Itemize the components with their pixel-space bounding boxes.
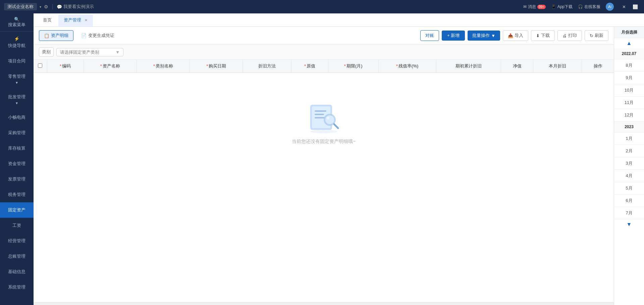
month-nav-down: ▼ — [614, 219, 644, 230]
demo-icon: 💬 — [57, 4, 62, 9]
category-input[interactable] — [60, 50, 114, 55]
month-8[interactable]: 8月 — [614, 59, 644, 72]
th-purchase-date: *购买日期 — [190, 60, 243, 73]
sidebar-item-retail[interactable]: 零售管理 ▼ — [0, 69, 34, 89]
message-badge: 99+ — [537, 5, 546, 9]
add-button[interactable]: + 新增 — [442, 31, 465, 41]
sidebar-item-invoice[interactable]: 发票管理 — [0, 171, 34, 187]
sidebar-item-basic-info[interactable]: 基础信息 — [0, 264, 34, 279]
sidebar-item-purchase[interactable]: 采购管理 — [0, 125, 34, 141]
reconcile-button[interactable]: 对账 — [420, 30, 439, 41]
category-dropdown-icon[interactable]: ▼ — [115, 50, 120, 55]
th-code: *编码 — [47, 60, 84, 73]
main-layout: 🔍 搜索菜单 ⚡ 快捷导航 项目合同 零售管理 ▼ 批发管理 ▼ 小畅电商 采购… — [0, 13, 644, 305]
sidebar-item-project[interactable]: 项目合同 — [0, 53, 34, 69]
sidebar-item-salary[interactable]: 工资 — [0, 218, 34, 233]
empty-illustration — [304, 100, 344, 133]
empty-state-row: 当前您还没有固定资产明细哦~ — [34, 73, 614, 172]
message-button[interactable]: ✉ 消息 99+ — [523, 4, 546, 10]
checkbox-header — [34, 60, 47, 73]
sidebar-item-system[interactable]: 系统管理 — [0, 279, 34, 295]
month-11[interactable]: 11月 — [614, 97, 644, 109]
page-content: 📋 资产明细 📄 变更生成凭证 对账 + 新增 批量操作 ▼ — [34, 27, 644, 305]
th-monthly-depreciation: 本月折旧 — [533, 60, 582, 73]
top-bar-right: ✉ 消息 99+ 📱 App下载 🎧 在线客服 Ai ✕ ⬜ — [523, 2, 640, 11]
refresh-button[interactable]: ↻ 刷新 — [585, 30, 608, 41]
month-2023-3[interactable]: 3月 — [614, 157, 644, 170]
scrollbar-hint — [34, 302, 614, 305]
import-button[interactable]: 📥 导入 — [503, 30, 528, 41]
online-service-button[interactable]: 🎧 在线客服 — [578, 4, 600, 10]
user-avatar[interactable]: Ai — [606, 3, 614, 11]
demo-link[interactable]: 💬 我要看实例演示 — [57, 4, 94, 10]
settings-icon[interactable]: ⚙ — [44, 4, 48, 9]
batch-arrow-icon: ▼ — [491, 33, 495, 38]
svg-rect-3 — [315, 110, 326, 112]
month-nav-down-button[interactable]: ▼ — [625, 221, 634, 228]
th-depreciation-method: 折旧方法 — [243, 60, 291, 73]
category-input-container: ▼ — [56, 48, 123, 56]
th-net-value: 净值 — [501, 60, 533, 73]
month-9[interactable]: 9月 — [614, 72, 644, 84]
maximize-button[interactable]: ⬜ — [631, 2, 640, 11]
batch-button[interactable]: 批量操作 ▼ — [468, 31, 500, 41]
avatar-text: Ai — [608, 5, 611, 9]
company-dropdown-arrow[interactable]: ▾ — [40, 5, 41, 9]
sidebar-item-wholesale[interactable]: 批发管理 ▼ — [0, 89, 34, 110]
th-original-value: *原值 — [291, 60, 328, 73]
sidebar-item-operations[interactable]: 经营管理 — [0, 233, 34, 249]
wholesale-arrow-icon: ▼ — [15, 101, 18, 105]
th-accumulated-depreciation: 期初累计折旧 — [436, 60, 501, 73]
month-12[interactable]: 12月 — [614, 109, 644, 121]
sidebar-item-quick-nav[interactable]: ⚡ 快捷导航 — [0, 32, 34, 53]
download-button[interactable]: ⬇ 下载 — [531, 30, 555, 41]
sidebar-item-general-ledger[interactable]: 总账管理 — [0, 249, 34, 264]
th-category-name: *类别名称 — [137, 60, 190, 73]
month-panel-header: 月份选择 — [614, 27, 644, 38]
close-button[interactable]: ✕ — [619, 2, 629, 11]
top-bar: 测试企业名称 ▾ ⚙ 💬 我要看实例演示 ✉ 消息 99+ 📱 App下载 🎧 … — [0, 0, 644, 13]
month-2023-6[interactable]: 6月 — [614, 195, 644, 207]
page-main: 📋 资产明细 📄 变更生成凭证 对账 + 新增 批量操作 ▼ — [34, 27, 614, 305]
asset-detail-icon: 📋 — [44, 33, 49, 38]
sidebar-item-ecommerce[interactable]: 小畅电商 — [0, 110, 34, 125]
tab-close-icon[interactable]: ✕ — [85, 18, 88, 22]
tab-home[interactable]: 首页 — [38, 14, 57, 27]
month-10[interactable]: 10月 — [614, 84, 644, 97]
month-2023-7[interactable]: 7月 — [614, 207, 644, 219]
sidebar-item-inventory[interactable]: 库存核算 — [0, 141, 34, 156]
sidebar-item-fixed-assets[interactable]: 固定资产 — [0, 202, 34, 218]
tab-asset-management[interactable]: 资产管理 ✕ — [58, 14, 93, 27]
th-residual-rate: *残值率(%) — [378, 60, 436, 73]
select-all-checkbox[interactable] — [38, 63, 42, 68]
print-button[interactable]: 🖨 打印 — [557, 30, 582, 41]
sub-tab-bar: 📋 资产明细 📄 变更生成凭证 对账 + 新增 批量操作 ▼ — [34, 27, 614, 45]
month-2023-5[interactable]: 5月 — [614, 182, 644, 195]
company-name[interactable]: 测试企业名称 — [4, 3, 37, 10]
tab-bar: 首页 资产管理 ✕ — [34, 13, 644, 27]
window-controls: ✕ ⬜ — [619, 2, 640, 11]
month-2023-1[interactable]: 1月 — [614, 133, 644, 145]
app-download-button[interactable]: 📱 App下载 — [551, 4, 573, 10]
sidebar-item-capital[interactable]: 资金管理 — [0, 156, 34, 171]
sub-tab-asset-detail[interactable]: 📋 资产明细 — [39, 30, 73, 41]
category-filter[interactable]: 类别 — [39, 47, 54, 57]
svg-line-8 — [334, 124, 338, 128]
sub-tab-change-voucher[interactable]: 📄 变更生成凭证 — [76, 30, 119, 41]
search-icon: 🔍 — [3, 17, 31, 22]
th-asset-name: *资产名称 — [84, 60, 137, 73]
svg-point-7 — [325, 115, 334, 124]
empty-text: 当前您还没有固定资产明细哦~ — [292, 139, 356, 145]
phone-icon: 📱 — [551, 4, 556, 9]
table-header-row: *编码 *资产名称 *类别名称 *购买日期 折旧方法 *原值 *期限(月) *残… — [34, 60, 614, 73]
month-2023-2[interactable]: 2月 — [614, 145, 644, 157]
sidebar-item-tax[interactable]: 税务管理 — [0, 187, 34, 202]
month-2023-4[interactable]: 4月 — [614, 170, 644, 182]
filter-bar: 类别 ▼ — [34, 45, 614, 60]
month-nav-up-button[interactable]: ▲ — [625, 40, 634, 47]
month-current-year: 2022.07 — [614, 48, 644, 59]
sidebar-search[interactable]: 🔍 搜索菜单 — [0, 13, 34, 32]
import-icon: 📥 — [508, 33, 513, 38]
svg-point-9 — [327, 117, 329, 119]
svg-rect-5 — [315, 117, 325, 118]
